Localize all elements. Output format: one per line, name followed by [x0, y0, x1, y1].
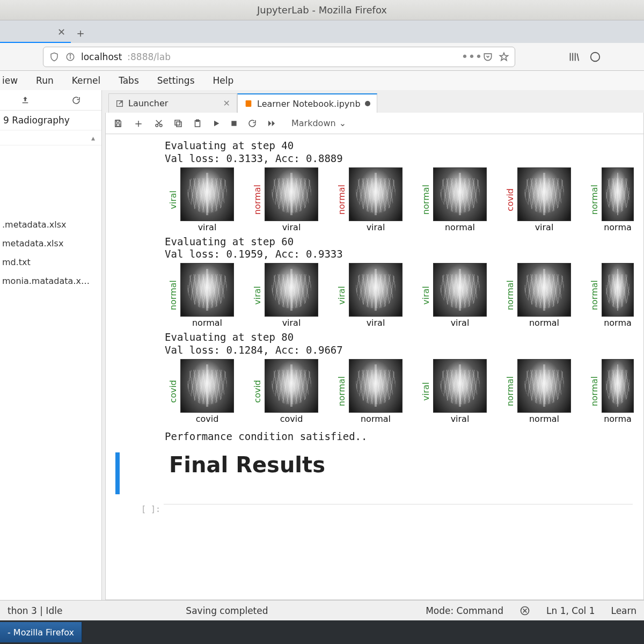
file-item[interactable]: md.txt [0, 253, 101, 272]
bookmark-icon[interactable] [499, 52, 509, 62]
output-area: Evaluating at step 40Val loss: 0.3133, A… [106, 140, 643, 443]
svg-rect-12 [116, 123, 120, 126]
true-label: viral [451, 318, 470, 328]
predicted-label: normal [589, 185, 599, 215]
prediction-cell: covidviral [505, 167, 571, 232]
new-tab-button[interactable]: ＋ [71, 24, 90, 43]
svg-point-7 [591, 52, 600, 61]
prediction-cell: covidcovid [168, 359, 234, 424]
xray-thumbnail [602, 359, 634, 413]
workspace: 9 Radiography ▴ .metadata.xlsx metadata.… [0, 90, 644, 600]
browser-tabstrip: ✕ ＋ [0, 20, 644, 43]
restart-icon[interactable] [247, 119, 257, 128]
trust-icon[interactable] [519, 605, 530, 616]
true-label: viral [451, 414, 470, 424]
pocket-icon[interactable] [482, 52, 493, 62]
menu-settings[interactable]: Settings [155, 72, 197, 89]
file-item[interactable]: .metadata.xlsx [0, 215, 101, 234]
svg-rect-19 [231, 121, 236, 126]
predicted-label: viral [168, 191, 178, 209]
prediction-row: viralviralnormalviralnormalviralnormalno… [165, 165, 643, 236]
shield-icon[interactable] [49, 52, 60, 62]
xray-thumbnail [265, 263, 318, 317]
url-path: :8888/lab [127, 52, 171, 62]
predicted-label: normal [589, 280, 599, 310]
stop-icon[interactable] [230, 120, 238, 127]
menu-run[interactable]: Run [34, 72, 56, 89]
breadcrumb[interactable]: 9 Radiography [0, 111, 101, 130]
prediction-cell: viralviral [336, 263, 402, 328]
prediction-cell: covidcovid [252, 359, 318, 424]
save-icon[interactable] [113, 119, 123, 128]
url-host: localhost [81, 52, 122, 62]
file-browser-toolbar [0, 90, 101, 111]
true-label: normal [192, 318, 222, 328]
predicted-label: covid [505, 188, 515, 211]
file-item[interactable]: monia.matadata.x… [0, 272, 101, 290]
cell-type-select[interactable]: Markdown ⌄ [291, 118, 346, 128]
eval-metrics: Val loss: 0.3133, Acc: 0.8889 [165, 152, 643, 165]
window-titlebar: JupyterLab - Mozilla Firefox [0, 0, 644, 20]
true-label: normal [529, 318, 559, 328]
svg-rect-10 [246, 100, 252, 107]
close-icon[interactable]: ✕ [57, 26, 65, 38]
predicted-label: covid [252, 380, 262, 403]
menu-tabs[interactable]: Tabs [116, 72, 141, 89]
run-all-icon[interactable] [267, 119, 276, 128]
kernel-status[interactable]: thon 3 | Idle [8, 605, 62, 616]
info-icon[interactable] [65, 52, 76, 62]
tab-label: Launcher [128, 98, 168, 108]
account-icon[interactable] [589, 51, 601, 63]
menu-help[interactable]: Help [211, 72, 236, 89]
os-taskbar: - Mozilla Firefox [0, 620, 644, 644]
taskbar-firefox-button[interactable]: - Mozilla Firefox [0, 622, 82, 642]
xray-thumbnail [433, 263, 487, 317]
prediction-cell: normalviral [336, 167, 402, 232]
true-label: viral [367, 222, 385, 232]
more-icon[interactable]: ••• [466, 52, 477, 62]
toolbar-right-icons [568, 51, 601, 63]
xray-thumbnail [517, 263, 571, 317]
prediction-cell: normalnorma [589, 263, 634, 328]
copy-icon[interactable] [173, 119, 183, 128]
predicted-label: viral [336, 286, 347, 305]
tab-launcher[interactable]: Launcher ✕ [108, 93, 237, 113]
status-bar: thon 3 | Idle Saving completed Mode: Com… [0, 600, 644, 620]
predicted-label: viral [421, 382, 431, 401]
prediction-cell: normalnormal [421, 167, 487, 232]
final-results-heading: Final Results [169, 452, 325, 494]
predicted-label: normal [505, 376, 515, 406]
upload-icon[interactable] [20, 96, 30, 105]
xray-thumbnail [349, 167, 402, 221]
add-cell-icon[interactable]: ＋ [133, 115, 144, 131]
prediction-row: covidcovidcovidcovidnormalnormalviralvir… [165, 357, 643, 427]
prediction-cell: normalnormal [336, 359, 402, 424]
close-icon[interactable]: ✕ [223, 98, 230, 108]
paste-icon[interactable] [193, 119, 202, 128]
xray-thumbnail [433, 167, 487, 221]
true-label: normal [445, 222, 475, 232]
menu-kernel[interactable]: Kernel [70, 72, 103, 89]
predicted-label: covid [168, 380, 178, 403]
address-bar[interactable]: localhost:8888/lab ••• [43, 47, 515, 67]
prediction-cell: normalnormal [505, 263, 571, 328]
empty-code-cell[interactable]: [ ]: [106, 502, 643, 517]
eval-header: Evaluating at step 40 [165, 140, 643, 152]
prediction-cell: normalnormal [168, 263, 234, 328]
cell-selection-bar [115, 452, 120, 494]
cut-icon[interactable] [154, 119, 164, 128]
browser-tab[interactable]: ✕ [0, 21, 71, 43]
xray-thumbnail [265, 167, 318, 221]
notebook-body[interactable]: Evaluating at step 40Val loss: 0.3133, A… [105, 134, 644, 600]
refresh-icon[interactable] [71, 96, 81, 105]
menu-view[interactable]: iew [0, 72, 20, 89]
markdown-cell[interactable]: Final Results [106, 452, 643, 494]
true-label: normal [529, 414, 559, 424]
file-sort-toggle[interactable]: ▴ [0, 130, 101, 145]
tab-notebook[interactable]: Learner Notebook.ipynb [237, 93, 377, 113]
library-icon[interactable] [568, 51, 580, 63]
file-item[interactable]: metadata.xlsx [0, 234, 101, 253]
run-icon[interactable] [212, 119, 221, 128]
unsaved-dot-icon [365, 101, 370, 106]
file-browser: 9 Radiography ▴ .metadata.xlsx metadata.… [0, 90, 102, 600]
